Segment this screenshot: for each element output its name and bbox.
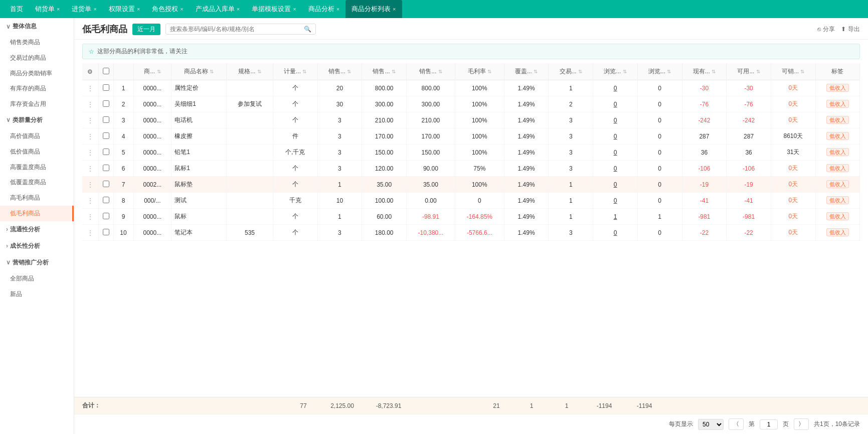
close-icon[interactable]: × xyxy=(57,0,60,18)
row-name[interactable]: 铅笔1 xyxy=(171,144,227,161)
row-checkbox[interactable] xyxy=(103,213,109,219)
nav-item-template[interactable]: 单据模板设置 × xyxy=(246,0,302,18)
settings-column-header[interactable]: ⚙ xyxy=(82,63,98,80)
row-name[interactable]: 鼠标1 xyxy=(171,161,227,177)
row-checkbox[interactable] xyxy=(103,165,109,171)
row-checkbox[interactable] xyxy=(103,84,109,91)
close-icon[interactable]: × xyxy=(237,0,240,18)
settings-cell[interactable]: ⋮ xyxy=(82,112,98,128)
nav-item-home[interactable]: 首页 xyxy=(4,0,29,18)
sidebar-item-high-value[interactable]: 高价值商品 xyxy=(0,128,74,144)
browse1-link[interactable]: 0 xyxy=(614,133,617,140)
nav-item-purchase[interactable]: 进货单 × xyxy=(66,0,102,18)
row-browse1[interactable]: 0 xyxy=(593,177,638,193)
checkbox-cell[interactable] xyxy=(98,225,113,241)
close-icon[interactable]: × xyxy=(137,0,140,18)
browse1-link[interactable]: 0 xyxy=(614,117,617,124)
settings-cell[interactable]: ⋮ xyxy=(82,128,98,144)
next-page-button[interactable]: 〉 xyxy=(794,418,809,430)
browse1-link[interactable]: 0 xyxy=(614,229,617,236)
checkbox-cell[interactable] xyxy=(98,193,113,209)
row-name[interactable]: 鼠标 xyxy=(171,209,227,225)
checkbox-cell[interactable] xyxy=(98,112,113,128)
row-name[interactable]: 橡皮擦 xyxy=(171,128,227,144)
sidebar-item-low-margin[interactable]: 低毛利商品 xyxy=(0,206,74,221)
search-icon[interactable]: 🔍 xyxy=(304,26,311,33)
checkbox-cell[interactable] xyxy=(98,177,113,193)
row-checkbox[interactable] xyxy=(103,229,109,235)
sidebar-item-sales-products[interactable]: 销售类商品 xyxy=(0,35,74,50)
settings-cell[interactable]: ⋮ xyxy=(82,96,98,112)
checkbox-cell[interactable] xyxy=(98,128,113,144)
sidebar-item-high-coverage[interactable]: 高覆盖度商品 xyxy=(0,160,74,175)
settings-cell[interactable]: ⋮ xyxy=(82,177,98,193)
page-number-input[interactable] xyxy=(760,419,778,429)
sidebar-item-all-products[interactable]: 全部商品 xyxy=(0,271,74,286)
nav-item-product-analysis-list[interactable]: 商品分析列表 × xyxy=(345,0,402,18)
row-browse1[interactable]: 0 xyxy=(593,144,638,161)
row-browse1[interactable]: 1 xyxy=(593,209,638,225)
settings-cell[interactable]: ⋮ xyxy=(82,209,98,225)
sidebar-group-overall[interactable]: ∨ 整体信息 xyxy=(0,18,74,35)
checkbox-cell[interactable] xyxy=(98,209,113,225)
sidebar-group-growth[interactable]: › 成长性分析 xyxy=(0,238,74,254)
row-browse1[interactable]: 0 xyxy=(593,225,638,241)
nav-item-product-entry[interactable]: 产成品入库单 × xyxy=(190,0,246,18)
row-checkbox[interactable] xyxy=(103,132,109,139)
row-name[interactable]: 鼠标垫 xyxy=(171,177,227,193)
settings-cell[interactable]: ⋮ xyxy=(82,225,98,241)
search-input[interactable] xyxy=(170,26,304,33)
row-browse1[interactable]: 0 xyxy=(593,161,638,177)
close-icon[interactable]: × xyxy=(293,0,296,18)
close-icon[interactable]: × xyxy=(180,0,183,18)
browse1-link[interactable]: 0 xyxy=(614,197,617,204)
sidebar-item-stocked-products[interactable]: 有库存的商品 xyxy=(0,81,74,96)
row-browse1[interactable]: 0 xyxy=(593,112,638,128)
checkbox-cell[interactable] xyxy=(98,96,113,112)
nav-item-permission[interactable]: 权限设置 × xyxy=(103,0,146,18)
sidebar-group-cluster[interactable]: ∨ 类群量分析 xyxy=(0,112,74,128)
browse1-link[interactable]: 0 xyxy=(614,101,617,108)
prev-page-button[interactable]: 〈 xyxy=(729,418,744,430)
row-name[interactable]: 属性定价 xyxy=(171,80,227,96)
share-button[interactable]: ⎋ 分享 xyxy=(817,25,835,34)
browse1-link[interactable]: 0 xyxy=(614,149,617,156)
row-checkbox[interactable] xyxy=(103,116,109,123)
close-icon[interactable]: × xyxy=(393,0,396,18)
sidebar-item-traded-products[interactable]: 交易过的商品 xyxy=(0,50,74,66)
sidebar-group-marketing[interactable]: ∨ 营销推广分析 xyxy=(0,254,74,271)
sidebar-item-new-products[interactable]: 新品 xyxy=(0,286,74,302)
row-checkbox[interactable] xyxy=(103,149,109,155)
row-browse1[interactable]: 0 xyxy=(593,128,638,144)
nav-item-product-analysis[interactable]: 商品分析 × xyxy=(302,0,345,18)
sidebar-item-category-rate[interactable]: 商品分类助销率 xyxy=(0,66,74,81)
browse1-link[interactable]: 1 xyxy=(614,213,617,220)
sidebar-item-low-coverage[interactable]: 低覆盖度商品 xyxy=(0,175,74,190)
page-size-select[interactable]: 50 20 100 xyxy=(698,419,724,430)
nav-item-sales[interactable]: 销货单 × xyxy=(29,0,66,18)
checkbox-cell[interactable] xyxy=(98,161,113,177)
settings-cell[interactable]: ⋮ xyxy=(82,80,98,96)
row-browse1[interactable]: 0 xyxy=(593,80,638,96)
row-browse1[interactable]: 0 xyxy=(593,193,638,209)
close-icon[interactable]: × xyxy=(93,0,96,18)
checkbox-cell[interactable] xyxy=(98,80,113,96)
sidebar-group-circulation[interactable]: › 流通性分析 xyxy=(0,221,74,238)
browse1-link[interactable]: 0 xyxy=(614,181,617,188)
row-browse1[interactable]: 0 xyxy=(593,96,638,112)
time-filter-button[interactable]: 近一月 xyxy=(132,24,160,35)
sidebar-item-low-value[interactable]: 低价值商品 xyxy=(0,144,74,160)
nav-item-role[interactable]: 角色授权 × xyxy=(146,0,189,18)
sidebar-item-stock-capital[interactable]: 库存资金占用 xyxy=(0,96,74,112)
settings-cell[interactable]: ⋮ xyxy=(82,161,98,177)
settings-cell[interactable]: ⋮ xyxy=(82,144,98,161)
checkbox-cell[interactable] xyxy=(98,144,113,161)
row-name[interactable]: 测试 xyxy=(171,193,227,209)
browse1-link[interactable]: 0 xyxy=(614,85,617,92)
row-checkbox[interactable] xyxy=(103,100,109,107)
browse1-link[interactable]: 0 xyxy=(614,165,617,172)
close-icon[interactable]: × xyxy=(336,0,339,18)
row-checkbox[interactable] xyxy=(103,181,109,187)
select-all-checkbox[interactable] xyxy=(103,68,109,74)
row-name[interactable]: 笔记本 xyxy=(171,225,227,241)
